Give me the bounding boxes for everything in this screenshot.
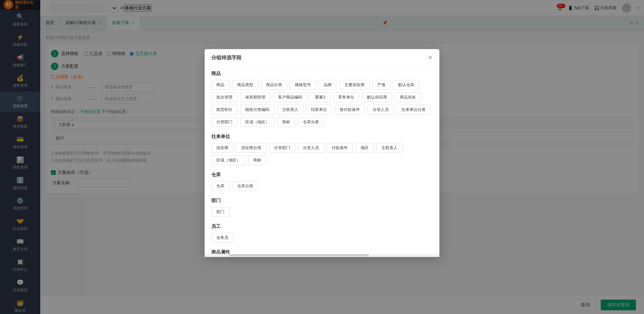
- field-chip[interactable]: 商品分类: [261, 80, 287, 89]
- dialog-body: 商品商品商品类型商品分类规格型号品牌主要供应商产地默认仓库批次管理保质期管理客户…: [205, 65, 439, 254]
- field-chip[interactable]: 主联系人: [277, 105, 303, 114]
- field-group-employee: 员工业务员: [211, 223, 433, 242]
- field-chip[interactable]: 简称: [248, 155, 266, 165]
- field-chip[interactable]: 零售单位: [333, 92, 359, 102]
- field-chip[interactable]: 往来单位分类: [396, 105, 431, 114]
- field-chip[interactable]: 地区: [356, 143, 374, 152]
- field-group-title-employee: 员工: [211, 223, 433, 229]
- field-chip[interactable]: 仓库分类: [298, 117, 324, 127]
- field-group-title-warehouse: 仓库: [211, 172, 433, 178]
- field-chip[interactable]: 分管部门: [211, 117, 237, 127]
- field-chip[interactable]: 品牌: [319, 80, 337, 89]
- scroll-thumb: [229, 254, 369, 256]
- field-chip[interactable]: 区域（地区）: [240, 117, 274, 127]
- field-chip[interactable]: 产地: [372, 80, 390, 89]
- field-chip[interactable]: 部门: [211, 207, 229, 216]
- field-chip[interactable]: 商品类型: [232, 80, 258, 89]
- field-group-product: 商品商品商品类型商品分类规格型号品牌主要供应商产地默认仓库批次管理保质期管理客户…: [211, 70, 433, 127]
- field-chip[interactable]: 结算单位: [306, 105, 332, 114]
- dialog-header: 分组待选字段 ✕: [205, 49, 439, 65]
- field-chip[interactable]: 简称: [277, 117, 295, 127]
- field-chip[interactable]: 供应商分类: [236, 143, 266, 152]
- field-chip[interactable]: 供应商: [211, 143, 233, 152]
- field-chip[interactable]: 分管人员: [298, 143, 324, 152]
- field-chip[interactable]: 区域（地区）: [211, 155, 246, 165]
- field-chip[interactable]: 付款条件: [327, 143, 353, 152]
- field-chip[interactable]: 商品: [211, 80, 229, 89]
- field-chip[interactable]: 商品别名: [395, 92, 421, 102]
- field-chip[interactable]: 保质期管理: [240, 92, 270, 102]
- field-chip[interactable]: 主要供应商: [339, 80, 370, 89]
- field-group-warehouse: 仓库仓库仓库分类: [211, 172, 433, 191]
- field-group-product-attr: 商品属性属性颜色多规格尺码鞋码1: [211, 249, 433, 254]
- field-group-title-product: 商品: [211, 70, 433, 76]
- field-chip[interactable]: 仓库分类: [232, 181, 258, 191]
- field-chip[interactable]: 税收分类编码: [240, 105, 274, 114]
- field-chip[interactable]: 默认仓库: [393, 80, 419, 89]
- field-chip[interactable]: 规格型号: [290, 80, 316, 89]
- dialog-close-button[interactable]: ✕: [428, 55, 433, 61]
- field-chip[interactable]: 客户商品编码: [273, 92, 307, 102]
- dialog-title: 分组待选字段: [211, 54, 241, 61]
- field-chip[interactable]: 业务员: [211, 233, 233, 242]
- field-select-dialog: 分组待选字段 ✕ 商品商品商品类型商品分类规格型号品牌主要供应商产地默认仓库批次…: [205, 49, 439, 257]
- field-chip[interactable]: 收付款条件: [335, 105, 365, 114]
- field-group-department: 部门部门: [211, 197, 433, 216]
- field-chip[interactable]: 拣货积分: [211, 105, 237, 114]
- field-chips-product: 商品商品类型商品分类规格型号品牌主要供应商产地默认仓库批次管理保质期管理客户商品…: [211, 80, 433, 127]
- field-chip[interactable]: 仓库: [211, 181, 229, 191]
- field-group-title-product-attr: 商品属性: [211, 249, 433, 254]
- field-chip[interactable]: 批次管理: [211, 92, 237, 102]
- field-chip[interactable]: 默认供应商: [362, 92, 392, 102]
- field-group-title-department: 部门: [211, 197, 433, 203]
- field-chip[interactable]: 分管人员: [368, 105, 394, 114]
- field-chips-partner: 供应商供应商分类分管部门分管人员付款条件地区主联系人区域（地区）简称: [211, 143, 433, 165]
- field-chips-department: 部门: [211, 207, 433, 216]
- field-group-partner: 往来单位供应商供应商分类分管部门分管人员付款条件地区主联系人区域（地区）简称: [211, 133, 433, 165]
- field-chip[interactable]: 分管部门: [269, 143, 295, 152]
- field-group-title-partner: 往来单位: [211, 133, 433, 139]
- field-chips-employee: 业务员: [211, 233, 433, 242]
- field-chips-warehouse: 仓库仓库分类: [211, 181, 433, 191]
- field-chip[interactable]: 重量3: [310, 92, 330, 102]
- dialog-horizontal-scroll[interactable]: [205, 254, 439, 257]
- field-chip[interactable]: 主联系人: [376, 143, 402, 152]
